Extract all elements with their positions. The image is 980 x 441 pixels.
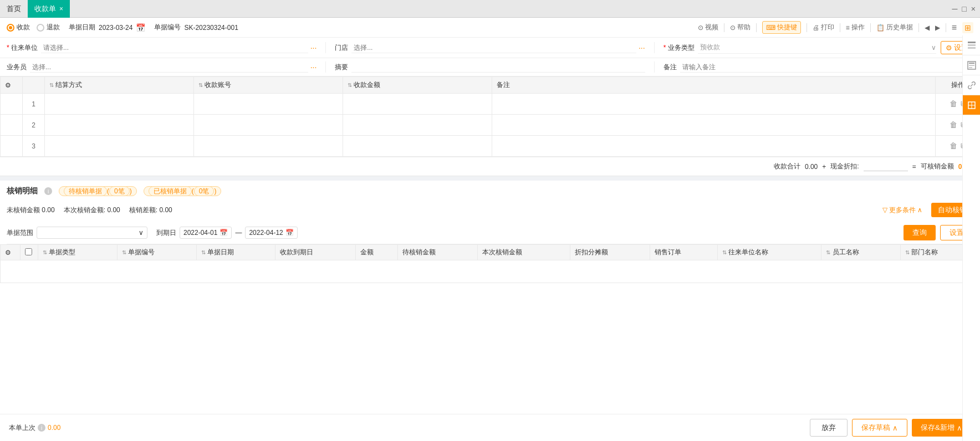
date-calendar-icon[interactable]: 📅 (136, 23, 145, 32)
table-row: 2 🗑 ⧉ (1, 115, 980, 136)
sidebar-icon-form[interactable] (963, 55, 980, 75)
save-draft-arrow-icon[interactable]: ∧ (892, 424, 898, 432)
td-amount-1[interactable] (343, 94, 492, 115)
save-draft-btn[interactable]: 保存草稿 ∧ (852, 419, 907, 437)
sidebar-icon-table[interactable] (963, 35, 980, 55)
remarks-input[interactable] (680, 62, 973, 73)
action-print[interactable]: 🖨 打印 (813, 23, 834, 32)
bth-checkbox[interactable] (21, 245, 38, 260)
bottom-header-row: ⚙ ⇅ 单据类型 ⇅ 单据编号 ⇅ 单据日期 (1, 245, 980, 260)
th-settlement: ⇅ 结算方式 (45, 77, 194, 94)
bth-bill-date: ⇅ 单据日期 (196, 245, 275, 260)
header-row: 收款 退款 单据日期 2023-03-24 📅 单据编号 SK-20230324… (0, 18, 980, 38)
action-shortcut[interactable]: ⌨ 快捷键 (762, 21, 801, 34)
receipt-table: ⚙ ⇅ 结算方式 ⇅ 收款账号 ⇅ 收款金额 (0, 76, 980, 157)
delete-icon-3[interactable]: 🗑 (950, 141, 957, 151)
bth-amount-label: 金额 (360, 248, 374, 256)
table-icon (967, 41, 976, 50)
summary-row: 收款合计 0.00 + 现金折扣: = 可核销金额 0.00 (0, 157, 980, 176)
td-remarks-2[interactable] (492, 115, 936, 136)
range-select[interactable]: ∨ (37, 227, 147, 239)
td-amount-3[interactable] (343, 136, 492, 157)
th-remarks: 备注 (492, 77, 936, 94)
bth-pending-label: 待核销金额 (402, 248, 436, 256)
action-help[interactable]: ⊙ 帮助 (730, 23, 751, 32)
td-account-1[interactable] (194, 94, 343, 115)
sidebar-icon-link[interactable] (963, 75, 980, 95)
summary-input[interactable] (351, 62, 645, 73)
table-header-row: ⚙ ⇅ 结算方式 ⇅ 收款账号 ⇅ 收款金额 (1, 77, 980, 94)
nav-prev-icon[interactable]: ◀ (925, 24, 930, 32)
window-min-icon[interactable]: ─ (952, 4, 957, 13)
staff-input[interactable] (30, 62, 308, 73)
save-new-arrow-icon[interactable]: ∧ (957, 424, 962, 432)
select-all-checkbox[interactable] (25, 248, 32, 255)
print-icon: 🖨 (813, 24, 819, 32)
action-video[interactable]: ⊙ 视频 (698, 23, 718, 32)
abandon-btn[interactable]: 放弃 (810, 419, 848, 437)
th-settings[interactable]: ⚙ (1, 77, 23, 94)
radio-refund[interactable]: 退款 (37, 23, 60, 32)
tab-receipt[interactable]: 收款单 × (28, 0, 70, 18)
bth-settings[interactable]: ⚙ (1, 245, 21, 260)
td-account-3[interactable] (194, 136, 343, 157)
sidebar-icon-expand[interactable] (963, 95, 980, 115)
tab-home[interactable]: 首页 (0, 0, 28, 18)
bth-bill-type-label: 单据类型 (49, 248, 75, 256)
radio-collect[interactable]: 收款 (7, 23, 30, 32)
action-ops[interactable]: ≡ 操作 (846, 23, 865, 32)
td-settlement-3[interactable] (45, 136, 194, 157)
tab-pending[interactable]: 待核销单据(0笔) (59, 187, 137, 196)
td-amount-2[interactable] (343, 115, 492, 136)
sort-icon-settlement: ⇅ (49, 82, 54, 88)
footer-info-icon[interactable]: i (38, 424, 45, 432)
delete-icon-2[interactable]: 🗑 (950, 120, 957, 130)
biz-type-select[interactable]: 预收款 ∨ (698, 42, 936, 54)
bth-amount: 金额 (355, 245, 398, 260)
window-close-icon[interactable]: × (971, 4, 976, 13)
sort-vendor-name: ⇅ (722, 249, 727, 255)
td-remarks-3[interactable] (492, 136, 936, 157)
tab-receipt-label: 收款单 (34, 4, 56, 14)
header-actions: ⊙ 视频 ⊙ 帮助 ⌨ 快捷键 🖨 打印 (698, 21, 973, 34)
radio-refund-label: 退款 (47, 23, 60, 32)
td-settlement-1[interactable] (45, 94, 194, 115)
current-stat: 本次核销金额: 0.00 (64, 206, 120, 215)
date-label: 单据日期 (69, 23, 95, 32)
staff-field: 业务员 ··· (7, 62, 317, 73)
td-settings-1 (1, 94, 23, 115)
td-remarks-1[interactable] (492, 94, 936, 115)
vendor-input[interactable] (41, 43, 308, 53)
td-num-2: 2 (23, 115, 45, 136)
grid-view-icon[interactable]: ⊞ (962, 22, 973, 33)
more-conditions-btn[interactable]: ▽ 更多条件 ∧ (882, 206, 922, 215)
date-start-input[interactable]: 2022-04-01 📅 (180, 227, 232, 239)
verify-info-icon[interactable]: i (44, 187, 52, 195)
ops-icon: ≡ (846, 24, 850, 32)
tab-close-icon[interactable]: × (59, 5, 63, 13)
nav-next-icon[interactable]: ▶ (935, 24, 940, 32)
divider2 (756, 23, 757, 32)
calendar-end-icon[interactable]: 📅 (285, 229, 294, 237)
window-max-icon[interactable]: □ (962, 4, 966, 13)
query-btn[interactable]: 查询 (904, 225, 936, 240)
delete-icon-1[interactable]: 🗑 (950, 99, 957, 109)
staff-more-btn[interactable]: ··· (310, 63, 317, 71)
td-settlement-2[interactable] (45, 115, 194, 136)
store-input[interactable] (351, 43, 636, 53)
table-row: 1 🗑 ⧉ (1, 94, 980, 115)
top-form: 收款 退款 单据日期 2023-03-24 📅 单据编号 SK-20230324… (0, 18, 980, 176)
td-account-2[interactable] (194, 115, 343, 136)
action-history[interactable]: 📋 历史单据 (876, 23, 913, 32)
bth-bill-date-label: 单据日期 (207, 248, 234, 256)
bth-current-label: 本次核销金额 (482, 248, 522, 256)
calendar-start-icon[interactable]: 📅 (220, 229, 228, 237)
vendor-more-btn[interactable]: ··· (310, 43, 317, 52)
discount-input[interactable] (864, 162, 908, 171)
date-end-input[interactable]: 2022-04-12 📅 (245, 227, 297, 239)
date-start-value: 2022-04-01 (183, 229, 217, 237)
store-more-btn[interactable]: ··· (639, 43, 645, 52)
history-icon: 📋 (876, 24, 885, 32)
tab-done[interactable]: 已核销单据(0笔) (144, 187, 222, 196)
list-view-icon[interactable]: ≡ (952, 23, 957, 33)
